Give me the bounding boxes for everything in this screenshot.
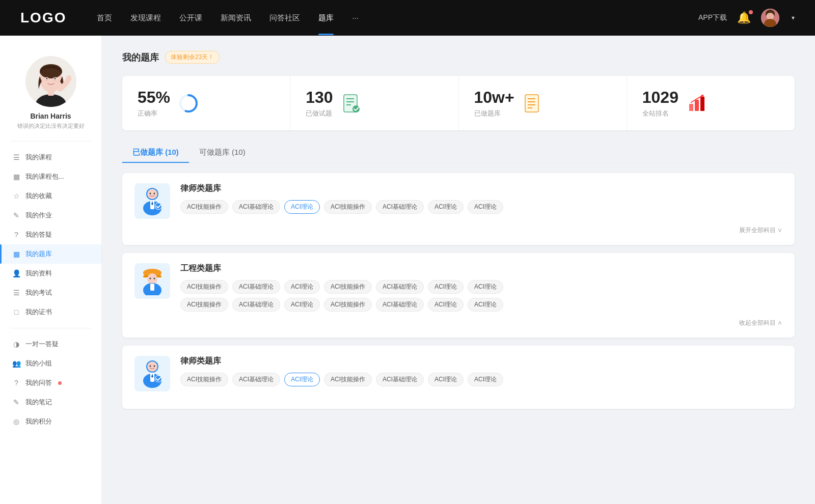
tag-3-5[interactable]: ACI理论 bbox=[428, 373, 464, 386]
layout: Brian Harris 错误的决定比没有决定要好 ☰ 我的课程 ▦ 我的课程包… bbox=[0, 36, 815, 504]
tag-1-2[interactable]: ACI理论 bbox=[284, 200, 320, 214]
avatar[interactable] bbox=[761, 9, 779, 27]
tag-1-4[interactable]: ACI基础理论 bbox=[376, 200, 424, 214]
page-title: 我的题库 bbox=[122, 51, 159, 64]
profile-area: Brian Harris 错误的决定比没有决定要好 bbox=[0, 46, 101, 135]
expand-btn-2[interactable]: 收起全部科目 ∧ bbox=[134, 319, 782, 327]
sidebar-item-my-profile[interactable]: 👤 我的资料 bbox=[0, 264, 101, 283]
engineer-icon bbox=[139, 267, 166, 295]
tag-2-1[interactable]: ACI基础理论 bbox=[232, 280, 280, 294]
notification-bell[interactable]: 🔔 bbox=[737, 11, 751, 24]
qbank-tags-3: ACI技能操作 ACI基础理论 ACI理论 ACI技能操作 ACI基础理论 AC… bbox=[180, 373, 503, 386]
main-content: 我的题库 体验剩余23天！ 55% 正确率 bbox=[102, 36, 815, 504]
tag-3-3[interactable]: ACI技能操作 bbox=[324, 373, 372, 386]
tag-2-4[interactable]: ACI基础理论 bbox=[376, 280, 424, 294]
svg-rect-29 bbox=[695, 100, 699, 111]
svg-rect-30 bbox=[700, 97, 704, 111]
svg-point-15 bbox=[66, 75, 71, 80]
stat-rank-text: 1029 全站排名 bbox=[642, 88, 678, 118]
nav-more[interactable]: ··· bbox=[352, 13, 359, 23]
tag-2-3[interactable]: ACI技能操作 bbox=[324, 280, 372, 294]
svg-rect-23 bbox=[525, 95, 538, 112]
sidebar-item-my-notes[interactable]: ✎ 我的笔记 bbox=[0, 393, 101, 412]
qbank-info-2: 工程类题库 ACI技能操作 ACI基础理论 ACI理论 ACI技能操作 ACI基… bbox=[180, 263, 503, 312]
tag-2-2[interactable]: ACI理论 bbox=[284, 280, 320, 294]
svg-point-44 bbox=[147, 273, 157, 285]
nav-open-course[interactable]: 公开课 bbox=[179, 13, 202, 23]
stat-rank-value: 1029 bbox=[642, 88, 678, 107]
tag-2-6[interactable]: ACI理论 bbox=[468, 280, 503, 294]
tag-2-0[interactable]: ACI技能操作 bbox=[180, 280, 228, 294]
sidebar-item-my-exam[interactable]: ☰ 我的考试 bbox=[0, 283, 101, 302]
tag-1-0[interactable]: ACI技能操作 bbox=[180, 200, 228, 214]
tag-3-2[interactable]: ACI理论 bbox=[284, 373, 320, 386]
question-badge bbox=[58, 381, 62, 385]
qbank-card-lawyer-1: 律师类题库 ACI技能操作 ACI基础理论 ACI理论 ACI技能操作 ACI基… bbox=[122, 173, 795, 245]
page-header: 我的题库 体验剩余23天！ bbox=[122, 51, 795, 64]
qbank-tags-1: ACI技能操作 ACI基础理论 ACI理论 ACI技能操作 ACI基础理论 AC… bbox=[180, 200, 503, 214]
tag-1-5[interactable]: ACI理论 bbox=[428, 200, 464, 214]
nav-news[interactable]: 新闻资讯 bbox=[221, 13, 251, 23]
profile-avatar-svg bbox=[25, 56, 76, 107]
tag-3-0[interactable]: ACI技能操作 bbox=[180, 373, 228, 386]
sidebar-item-my-question[interactable]: ? 我的问答 bbox=[0, 373, 101, 393]
sidebar-item-my-favorites[interactable]: ☆ 我的收藏 bbox=[0, 186, 101, 206]
nav-discover[interactable]: 发现课程 bbox=[130, 13, 161, 23]
tag-2-r2-6[interactable]: ACI理论 bbox=[468, 298, 503, 312]
sidebar-item-my-points[interactable]: ◎ 我的积分 bbox=[0, 412, 101, 431]
tag-1-3[interactable]: ACI技能操作 bbox=[324, 200, 372, 214]
sidebar-item-my-qa[interactable]: ? 我的答疑 bbox=[0, 225, 101, 244]
stat-questions-label: 已做试题 bbox=[306, 109, 333, 118]
sidebar-item-my-course[interactable]: ☰ 我的课程 bbox=[0, 148, 101, 167]
expand-btn-1[interactable]: 展开全部科目 ∨ bbox=[134, 226, 782, 235]
qbank-title-2: 工程类题库 bbox=[180, 263, 503, 274]
sidebar-item-my-course-pkg[interactable]: ▦ 我的课程包... bbox=[0, 167, 101, 186]
sidebar-item-my-cert[interactable]: □ 我的证书 bbox=[0, 302, 101, 322]
svg-point-46 bbox=[154, 278, 155, 279]
banks-icon bbox=[523, 93, 543, 114]
notification-dot bbox=[749, 10, 753, 14]
qbank-card-header-2: 工程类题库 ACI技能操作 ACI基础理论 ACI理论 ACI技能操作 ACI基… bbox=[134, 263, 782, 312]
sidebar-item-my-homework[interactable]: ✎ 我的作业 bbox=[0, 206, 101, 225]
nav-qbank[interactable]: 题库 bbox=[318, 13, 334, 23]
sidebar-item-one-on-one[interactable]: ◑ 一对一答疑 bbox=[0, 334, 101, 354]
tag-2-r2-5[interactable]: ACI理论 bbox=[428, 298, 464, 312]
profile-icon: 👤 bbox=[12, 269, 20, 277]
doc-green-icon bbox=[343, 94, 360, 113]
lawyer-icon-2 bbox=[139, 359, 166, 388]
stat-banks-text: 10w+ 已做题库 bbox=[474, 88, 514, 118]
tag-1-6[interactable]: ACI理论 bbox=[468, 200, 503, 214]
avatar-svg bbox=[761, 9, 779, 27]
sidebar-item-my-group[interactable]: 👥 我的小组 bbox=[0, 354, 101, 373]
tag-3-6[interactable]: ACI理论 bbox=[468, 373, 503, 386]
course-icon: ☰ bbox=[12, 153, 20, 161]
sidebar-item-my-qbank[interactable]: ▦ 我的题库 bbox=[0, 244, 101, 264]
tab-todo[interactable]: 可做题库 (10) bbox=[189, 143, 256, 162]
qbank-card-lawyer-2: 律师类题库 ACI技能操作 ACI基础理论 ACI理论 ACI技能操作 ACI基… bbox=[122, 346, 795, 409]
tag-3-4[interactable]: ACI基础理论 bbox=[376, 373, 424, 386]
tag-2-r2-2[interactable]: ACI理论 bbox=[284, 298, 320, 312]
tag-2-r2-4[interactable]: ACI基础理论 bbox=[376, 298, 424, 312]
qa-icon: ? bbox=[12, 231, 20, 239]
chart-red-icon bbox=[688, 95, 705, 112]
logo: LOGO bbox=[20, 10, 66, 26]
qbank-icon: ▦ bbox=[12, 250, 20, 258]
tag-3-1[interactable]: ACI基础理论 bbox=[232, 373, 280, 386]
tag-2-r2-0[interactable]: ACI技能操作 bbox=[180, 298, 228, 312]
tag-1-1[interactable]: ACI基础理论 bbox=[232, 200, 280, 214]
svg-rect-48 bbox=[150, 284, 154, 291]
profile-name: Brian Harris bbox=[30, 112, 71, 120]
tag-2-r2-3[interactable]: ACI技能操作 bbox=[324, 298, 372, 312]
stat-banks-label: 已做题库 bbox=[474, 109, 514, 118]
nav-qa[interactable]: 问答社区 bbox=[269, 13, 300, 23]
svg-point-33 bbox=[147, 189, 157, 199]
user-menu-chevron[interactable]: ▾ bbox=[792, 14, 795, 21]
rank-icon bbox=[687, 93, 707, 114]
app-download-link[interactable]: APP下载 bbox=[698, 13, 727, 22]
qbank-title-3: 律师类题库 bbox=[180, 356, 503, 367]
tag-2-r2-1[interactable]: ACI基础理论 bbox=[232, 298, 280, 312]
tag-2-5[interactable]: ACI理论 bbox=[428, 280, 464, 294]
tab-done[interactable]: 已做题库 (10) bbox=[122, 143, 189, 162]
nav-home[interactable]: 首页 bbox=[97, 13, 112, 23]
svg-rect-28 bbox=[689, 104, 693, 111]
